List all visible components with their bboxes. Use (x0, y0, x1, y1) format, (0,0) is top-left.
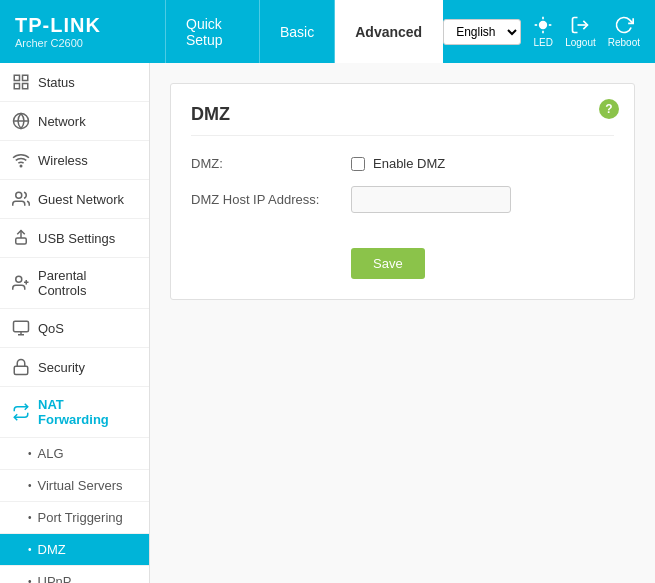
main-nav: Quick Setup Basic Advanced (165, 0, 443, 63)
svg-point-15 (16, 276, 22, 282)
sidebar-label-nat-forwarding: NAT Forwarding (38, 397, 137, 427)
logout-label: Logout (565, 37, 596, 48)
bullet-alg: • (28, 448, 32, 459)
dmz-enable-row: DMZ: Enable DMZ (191, 156, 614, 171)
parental-controls-icon (12, 274, 30, 292)
tab-quick-setup[interactable]: Quick Setup (165, 0, 260, 63)
svg-rect-14 (16, 238, 27, 244)
sub-label-dmz: DMZ (38, 542, 66, 557)
sidebar-item-network[interactable]: Network (0, 102, 149, 141)
reboot-icon (614, 15, 634, 35)
led-icon (533, 15, 553, 35)
sidebar-item-usb-settings[interactable]: USB Settings (0, 219, 149, 258)
svg-rect-21 (14, 366, 28, 374)
host-ip-label: DMZ Host IP Address: (191, 192, 351, 207)
header: TP-LINK Archer C2600 Quick Setup Basic A… (0, 0, 655, 63)
svg-point-0 (539, 21, 547, 29)
dmz-enable-control: Enable DMZ (351, 156, 445, 171)
bullet-port-triggering: • (28, 512, 32, 523)
language-select[interactable]: English (443, 19, 521, 45)
security-icon (12, 358, 30, 376)
tab-basic[interactable]: Basic (260, 0, 335, 63)
tab-advanced[interactable]: Advanced (335, 0, 443, 63)
bullet-virtual-servers: • (28, 480, 32, 491)
guest-network-icon (12, 190, 30, 208)
sidebar-label-guest-network: Guest Network (38, 192, 124, 207)
svg-rect-18 (14, 321, 29, 332)
sidebar-item-guest-network[interactable]: Guest Network (0, 180, 149, 219)
sub-label-port-triggering: Port Triggering (38, 510, 123, 525)
header-right: English LED Logout Reboot (443, 15, 640, 48)
qos-icon (12, 319, 30, 337)
sidebar-item-security[interactable]: Security (0, 348, 149, 387)
nat-forwarding-icon (12, 403, 30, 421)
sidebar-item-qos[interactable]: QoS (0, 309, 149, 348)
sidebar-label-wireless: Wireless (38, 153, 88, 168)
host-ip-control (351, 186, 511, 213)
sub-item-port-triggering[interactable]: • Port Triggering (0, 502, 149, 534)
sidebar-label-usb-settings: USB Settings (38, 231, 115, 246)
usb-icon (12, 229, 30, 247)
sub-item-virtual-servers[interactable]: • Virtual Servers (0, 470, 149, 502)
svg-rect-9 (23, 84, 28, 89)
dmz-host-ip-row: DMZ Host IP Address: (191, 186, 614, 213)
sidebar-label-status: Status (38, 75, 75, 90)
main-layout: Status Network Wireless Guest Network US… (0, 63, 655, 583)
bullet-dmz: • (28, 544, 32, 555)
logo-area: TP-LINK Archer C2600 (15, 14, 165, 49)
sub-label-alg: ALG (38, 446, 64, 461)
svg-point-13 (16, 192, 22, 198)
sidebar-item-wireless[interactable]: Wireless (0, 141, 149, 180)
logo-model: Archer C2600 (15, 37, 165, 49)
enable-dmz-checkbox[interactable] (351, 157, 365, 171)
sub-item-upnp[interactable]: • UPnP (0, 566, 149, 583)
bullet-upnp: • (28, 576, 32, 583)
svg-rect-8 (14, 84, 19, 89)
sub-item-dmz[interactable]: • DMZ (0, 534, 149, 566)
sidebar-item-nat-forwarding[interactable]: NAT Forwarding (0, 387, 149, 438)
reboot-icon-button[interactable]: Reboot (608, 15, 640, 48)
host-ip-input[interactable] (351, 186, 511, 213)
sidebar: Status Network Wireless Guest Network US… (0, 63, 150, 583)
content-area: ? DMZ DMZ: Enable DMZ DMZ Host IP Addres… (150, 63, 655, 583)
logo-brand: TP-LINK (15, 14, 165, 37)
sidebar-item-parental-controls[interactable]: Parental Controls (0, 258, 149, 309)
enable-dmz-label: Enable DMZ (373, 156, 445, 171)
led-icon-button[interactable]: LED (533, 15, 553, 48)
content-card: ? DMZ DMZ: Enable DMZ DMZ Host IP Addres… (170, 83, 635, 300)
logout-icon (570, 15, 590, 35)
dmz-label: DMZ: (191, 156, 351, 171)
logout-icon-button[interactable]: Logout (565, 15, 596, 48)
sidebar-label-parental-controls: Parental Controls (38, 268, 137, 298)
reboot-label: Reboot (608, 37, 640, 48)
sidebar-label-security: Security (38, 360, 85, 375)
network-icon (12, 112, 30, 130)
status-icon (12, 73, 30, 91)
sub-label-virtual-servers: Virtual Servers (38, 478, 123, 493)
sidebar-item-status[interactable]: Status (0, 63, 149, 102)
svg-rect-6 (14, 75, 19, 80)
svg-point-12 (20, 165, 22, 167)
save-button[interactable]: Save (351, 248, 425, 279)
svg-rect-7 (23, 75, 28, 80)
sidebar-label-qos: QoS (38, 321, 64, 336)
led-label: LED (533, 37, 552, 48)
help-icon-button[interactable]: ? (599, 99, 619, 119)
sidebar-label-network: Network (38, 114, 86, 129)
sub-label-upnp: UPnP (38, 574, 72, 583)
wireless-icon (12, 151, 30, 169)
page-title: DMZ (191, 104, 614, 136)
sub-item-alg[interactable]: • ALG (0, 438, 149, 470)
